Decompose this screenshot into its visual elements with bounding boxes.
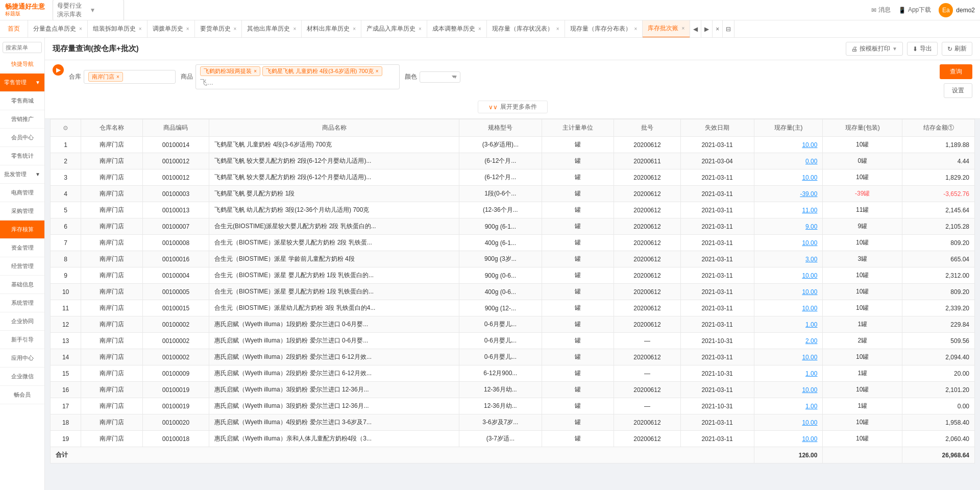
app-download-label: App下载 — [908, 6, 931, 14]
toggle-filter-btn[interactable]: ▶ — [53, 64, 64, 76]
table-row: 6 南岸门店 00100007 合生元(BIOSTIME)派星较大婴儿配方奶粉 … — [51, 218, 975, 235]
app-download-button[interactable]: 📱 App下载 — [898, 6, 931, 14]
data-table: ⚙ 仓库名称 商品编码 商品名称 规格型号 主计量单位 批号 失效日期 现存量(… — [50, 119, 975, 463]
tab-close-icon[interactable]: × — [478, 26, 481, 32]
tab-close-icon[interactable]: × — [139, 26, 142, 32]
tab-request-history[interactable]: 要货单历史 × — [195, 20, 242, 38]
cell-amount: 809.20 — [902, 235, 975, 251]
cell-no: 3 — [51, 169, 81, 186]
sidebar-item-retail-stat[interactable]: 零售统计 — [0, 147, 44, 165]
sidebar-item-member[interactable]: 会员中心 — [0, 129, 44, 147]
cell-qty-main: 2.00 — [754, 333, 823, 349]
tab-close-icon[interactable]: × — [79, 26, 82, 32]
sidebar-item-system[interactable]: 系统管理 — [0, 294, 44, 312]
industry-select[interactable]: 母婴行业演示库表 ▼ — [53, 0, 124, 21]
remove-product-tag-1[interactable]: × — [376, 68, 379, 74]
tab-label: 现存量（库存分布表） — [570, 24, 631, 33]
print-button[interactable]: 🖨 按模板打印 ▼ — [846, 42, 903, 56]
tab-stock-status[interactable]: 现存量（库存状况表） × — [487, 20, 565, 38]
tab-next-btn[interactable]: ▶ — [701, 20, 713, 38]
tab-close-icon[interactable]: × — [634, 26, 638, 32]
cell-qty-pkg: 3罐 — [823, 251, 902, 267]
message-button[interactable]: ✉ 消息 — [871, 6, 891, 14]
sidebar-item-guide[interactable]: 新手引导 — [0, 331, 44, 349]
product-more-dots[interactable]: 飞... — [200, 78, 213, 87]
export-button[interactable]: ⬇ 导出 — [907, 42, 938, 56]
sidebar-item-stock[interactable]: 库存核算 — [0, 220, 44, 239]
setting-button[interactable]: 设置 — [944, 83, 972, 98]
tab-cost-adjust-history[interactable]: 成本调整单历史 × — [427, 20, 487, 38]
cell-name: 合生元（BIOSTIME）派星较大婴儿配方奶粉 2段 乳铁蛋... — [209, 235, 459, 251]
sidebar-item-enterprise[interactable]: 企业协同 — [0, 312, 44, 331]
sidebar-item-finance[interactable]: 资金管理 — [0, 239, 44, 257]
settings-icon[interactable]: ⚙ — [63, 125, 68, 132]
warehouse-tag-box[interactable]: 南岸门店 × — [84, 70, 176, 84]
cell-code: 00100003 — [142, 186, 209, 202]
cell-qty-pkg: 10罐 — [823, 284, 902, 300]
remove-product-tag-0[interactable]: × — [254, 68, 257, 74]
sidebar-item-member-card[interactable]: 畅会员 — [0, 386, 44, 404]
sidebar-item-ecommerce[interactable]: 电商管理 — [0, 184, 44, 202]
col-settings: ⚙ — [51, 119, 81, 137]
cell-name: 合生元（BIOSTIME）派星 婴儿配方奶粉 1段 乳铁蛋白的... — [209, 284, 459, 300]
sidebar-item-app-center[interactable]: 应用中心 — [0, 349, 44, 368]
cell-name: 合生元(BIOSTIME)派星较大婴儿配方奶粉 2段 乳铁蛋白的... — [209, 218, 459, 235]
cell-code: 00100002 — [142, 349, 209, 365]
sidebar-item-wholesale[interactable]: 批发管理 ▼ — [0, 165, 44, 184]
sidebar-item-retail[interactable]: 零售管理 ▼ — [0, 74, 44, 92]
tab-close-all-btn[interactable]: × — [713, 20, 723, 38]
color-select[interactable] — [420, 71, 460, 83]
tab-home-label: 首页 — [8, 24, 20, 33]
cell-no: 15 — [51, 365, 81, 382]
tab-product-in-history[interactable]: 产成品入库单历史 × — [361, 20, 427, 38]
tab-close-icon[interactable]: × — [234, 26, 237, 32]
table-row: 2 南岸门店 00100012 飞鹤星飞帆 较大婴儿配方奶粉 2段(6-12个月… — [51, 153, 975, 169]
cell-spec: 900g (6-1... — [459, 218, 542, 235]
query-button[interactable]: 查询 — [940, 64, 972, 79]
tab-material-out-history[interactable]: 材料出库单历史 × — [302, 20, 361, 38]
avatar: Ea — [939, 3, 953, 17]
tab-stock-dist[interactable]: 现存量（库存分布表） × — [565, 20, 643, 38]
tab-split-history[interactable]: 分量盘点单历史 × — [28, 20, 88, 38]
tab-close-icon[interactable]: × — [353, 26, 356, 32]
cell-expire: 2021-03-11 — [680, 137, 754, 153]
download-icon: 📱 — [898, 7, 906, 14]
expand-conditions-btn[interactable]: ∨∨ 展开更多条件 — [478, 101, 548, 113]
sidebar-item-marketing[interactable]: 营销推广 — [0, 110, 44, 129]
tab-close-icon[interactable]: × — [556, 26, 559, 32]
search-input[interactable] — [3, 42, 42, 53]
tab-other-out-history[interactable]: 其他出库单历史 × — [242, 20, 302, 38]
cell-warehouse: 南岸门店 — [81, 267, 143, 284]
tab-menu-btn[interactable]: ⊟ — [723, 20, 734, 38]
sidebar-item-basic[interactable]: 基础信息 — [0, 276, 44, 294]
cell-name: 合生元（BIOSTIME）派星幼儿配方奶粉 3段 乳铁蛋白的4... — [209, 300, 459, 316]
tab-adjust-history[interactable]: 调拨单历史 × — [148, 20, 195, 38]
sidebar-item-retail-mall[interactable]: 零售商城 — [0, 92, 44, 110]
user-area[interactable]: Ea demo2 — [939, 3, 975, 17]
tab-prev-btn[interactable]: ◀ — [690, 20, 701, 38]
tab-close-icon[interactable]: × — [681, 26, 684, 31]
tab-close-icon[interactable]: × — [293, 26, 296, 32]
sidebar-item-enterprise-wechat[interactable]: 企业微信 — [0, 368, 44, 386]
cell-qty-pkg: 11罐 — [823, 202, 902, 218]
export-label: 导出 — [920, 44, 932, 53]
table-row: 3 南岸门店 00100012 飞鹤星飞帆 较大婴儿配方奶粉 2段(6-12个月… — [51, 169, 975, 186]
cell-spec: 0-6月婴儿... — [459, 349, 542, 365]
sidebar-item-operations[interactable]: 经营管理 — [0, 257, 44, 276]
tab-close-icon[interactable]: × — [419, 26, 422, 32]
remove-warehouse-tag-0[interactable]: × — [116, 74, 119, 80]
tab-label: 成本调整单历史 — [432, 24, 475, 33]
product-tag-box[interactable]: 飞鹤奶粉3段两提装 × 飞鹤星飞帆 儿童奶粉 4段(3-6岁适用) 700克 ×… — [195, 64, 400, 89]
tab-batch-account[interactable]: 库存批次账 × — [643, 20, 690, 38]
col-spec: 规格型号 — [459, 119, 542, 137]
cell-unit: 罐 — [542, 300, 614, 316]
table-row: 18 南岸门店 00100020 惠氏启赋（Wyeth illuma）4段奶粉 … — [51, 414, 975, 431]
refresh-button[interactable]: ↻ 刷新 — [942, 42, 972, 56]
cell-no: 9 — [51, 267, 81, 284]
tab-home[interactable]: 首页 — [0, 20, 28, 38]
tab-disassemble-history[interactable]: 组装拆卸单历史 × — [88, 20, 148, 38]
tab-close-icon[interactable]: × — [186, 26, 189, 32]
cell-unit: 罐 — [542, 137, 614, 153]
sidebar-nav-link[interactable]: 快捷导航 — [0, 57, 44, 71]
sidebar-item-purchase[interactable]: 采购管理 — [0, 202, 44, 220]
